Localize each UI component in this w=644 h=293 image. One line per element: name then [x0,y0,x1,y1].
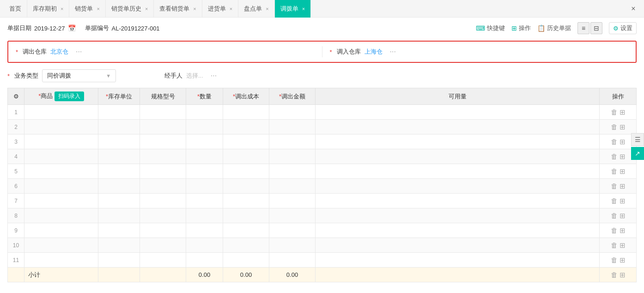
spec-cell[interactable] [140,179,186,194]
unit-cell[interactable] [98,208,140,223]
quantity-cell[interactable] [186,223,223,238]
cost-cell[interactable] [223,223,269,238]
amount-cell[interactable] [269,164,316,179]
quantity-cell[interactable] [186,120,223,134]
calendar-icon[interactable]: 📅 [68,24,76,32]
tab-sales-history[interactable]: 销货单历史 × [106,0,154,18]
col-header-settings[interactable]: ⚙ [8,88,24,105]
amount-cell[interactable] [269,253,316,268]
copy-icon[interactable]: ⊞ [620,138,626,146]
delete-icon[interactable]: 🗑 [611,197,618,205]
amount-cell[interactable] [269,105,316,120]
window-close-button[interactable]: × [626,0,640,18]
tab-inventory-init-close[interactable]: × [61,6,63,12]
business-type-select[interactable]: 同价调拨 ▼ [42,69,116,82]
cost-cell[interactable] [223,253,269,268]
tab-inventory-check[interactable]: 盘点单 × [238,0,274,18]
scan-button[interactable]: 扫码录入 [55,92,84,101]
tab-transfer[interactable]: 调拨单 × [275,0,311,18]
copy-icon[interactable]: ⊞ [620,153,626,161]
quantity-cell[interactable] [186,105,223,120]
amount-cell[interactable] [269,179,316,194]
spec-cell[interactable] [140,253,186,268]
product-cell[interactable] [24,223,98,238]
tab-purchase[interactable]: 进货单 × [202,0,238,18]
float-list-btn[interactable]: ☰ [631,133,644,146]
product-cell[interactable] [24,194,98,208]
tab-sales-history-close[interactable]: × [145,6,148,12]
amount-cell[interactable] [269,149,316,164]
delete-icon[interactable]: 🗑 [611,256,618,264]
delete-icon[interactable]: 🗑 [611,153,618,160]
quantity-cell[interactable] [186,149,223,164]
spec-cell[interactable] [140,223,186,238]
unit-cell[interactable] [98,238,140,253]
warehouse-out-value[interactable]: 北京仓 [50,48,68,56]
unit-cell[interactable] [98,149,140,164]
handler-more-btn[interactable]: ··· [207,72,220,80]
amount-cell[interactable] [269,120,316,134]
delete-icon[interactable]: 🗑 [611,123,618,131]
quantity-cell[interactable] [186,208,223,223]
amount-cell[interactable] [269,194,316,208]
cost-cell[interactable] [223,134,269,149]
tab-sales-order-close[interactable]: × [97,6,99,12]
copy-icon[interactable]: ⊞ [620,167,626,176]
copy-icon[interactable]: ⊞ [620,241,626,250]
tab-inventory-init[interactable]: 库存期初 × [27,0,69,18]
quantity-cell[interactable] [186,179,223,194]
warehouse-out-more-btn[interactable]: ··· [72,48,85,56]
unit-cell[interactable] [98,194,140,208]
unit-cell[interactable] [98,105,140,120]
quantity-cell[interactable] [186,238,223,253]
tab-inventory-check-close[interactable]: × [266,6,268,12]
amount-cell[interactable] [269,238,316,253]
unit-cell[interactable] [98,179,140,194]
amount-cell[interactable] [269,134,316,149]
cost-cell[interactable] [223,105,269,120]
shortcut-btn[interactable]: ⌨ 快捷键 [476,24,505,32]
delete-icon[interactable]: 🗑 [611,212,618,220]
cost-cell[interactable] [223,149,269,164]
cost-cell[interactable] [223,194,269,208]
spec-cell[interactable] [140,208,186,223]
delete-icon[interactable]: 🗑 [611,167,618,175]
tab-view-sales[interactable]: 查看销货单 × [154,0,202,18]
copy-icon[interactable]: ⊞ [620,212,626,220]
warehouse-in-value[interactable]: 上海仓 [365,48,383,56]
delete-icon[interactable]: 🗑 [611,241,618,249]
copy-icon[interactable]: ⊞ [620,197,626,205]
unit-cell[interactable] [98,164,140,179]
copy-icon[interactable]: ⊞ [620,123,626,131]
quantity-cell[interactable] [186,134,223,149]
delete-icon[interactable]: 🗑 [611,182,618,190]
quantity-cell[interactable] [186,194,223,208]
cost-cell[interactable] [223,208,269,223]
spec-cell[interactable] [140,164,186,179]
product-cell[interactable] [24,253,98,268]
delete-icon[interactable]: 🗑 [611,226,618,234]
copy-icon[interactable]: ⊞ [620,182,626,190]
tab-purchase-close[interactable]: × [230,6,232,12]
spec-cell[interactable] [140,238,186,253]
layout-btn-2[interactable]: ⊟ [590,22,602,34]
handler-select[interactable]: 选择... [186,72,203,80]
settings-button[interactable]: ⚙ 设置 [609,22,637,34]
product-cell[interactable] [24,208,98,223]
subtotal-copy-icon[interactable]: ⊞ [620,271,626,279]
unit-cell[interactable] [98,253,140,268]
operation-btn[interactable]: ⊞ 操作 [511,24,531,32]
amount-cell[interactable] [269,223,316,238]
spec-cell[interactable] [140,134,186,149]
spec-cell[interactable] [140,105,186,120]
float-expand-btn[interactable]: ↗ [631,147,644,160]
quantity-cell[interactable] [186,164,223,179]
product-cell[interactable] [24,164,98,179]
subtotal-delete-icon[interactable]: 🗑 [611,271,618,279]
product-cell[interactable] [24,149,98,164]
tab-view-sales-close[interactable]: × [193,6,196,12]
product-cell[interactable] [24,238,98,253]
quantity-cell[interactable] [186,253,223,268]
layout-btn-1[interactable]: ≡ [577,22,589,34]
product-cell[interactable] [24,105,98,120]
